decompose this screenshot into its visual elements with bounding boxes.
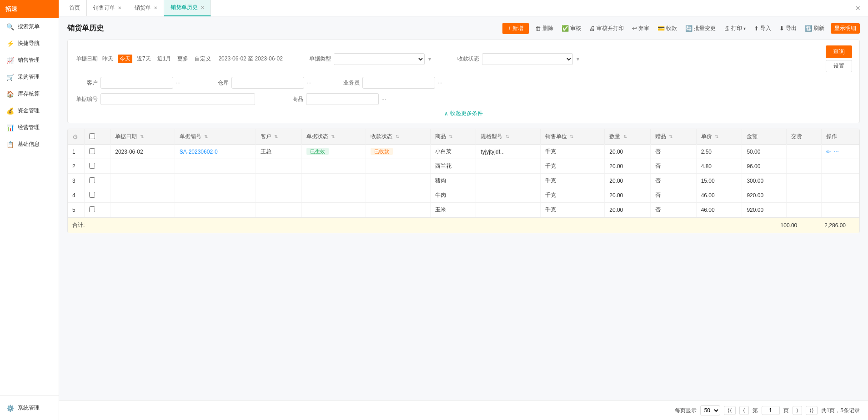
customer-input[interactable] xyxy=(100,77,173,89)
close-icon[interactable]: ✕ xyxy=(154,5,157,10)
show-detail-label: 显示明细 xyxy=(834,25,856,32)
doc-no-link[interactable]: SA-20230602-0 xyxy=(180,149,218,155)
date-shortcut-7days[interactable]: 近7天 xyxy=(135,55,153,63)
td-settings: 1 xyxy=(68,145,84,159)
th-settings: ⚙ xyxy=(68,129,84,145)
sidebar-item-quick-nav[interactable]: ⚡ 快捷导航 xyxy=(0,35,59,52)
sidebar-item-finance[interactable]: 💰 资金管理 xyxy=(0,102,59,119)
td-goods: 西兰花 xyxy=(430,159,476,174)
page-number-input[interactable] xyxy=(762,406,780,415)
td-doc-status xyxy=(301,203,366,217)
date-shortcut-today[interactable]: 今天 xyxy=(118,55,132,63)
sort-icon[interactable]: ⇅ xyxy=(396,134,399,139)
row-checkbox[interactable] xyxy=(89,192,95,198)
warehouse-input[interactable] xyxy=(231,77,304,89)
date-shortcut-custom[interactable]: 自定义 xyxy=(193,55,213,63)
close-icon[interactable]: ✕ xyxy=(201,5,204,10)
tab-sales-delivery[interactable]: 销货单 ✕ xyxy=(128,0,164,16)
collect-status-select[interactable] xyxy=(482,53,573,65)
per-page-select[interactable]: 50 xyxy=(700,405,720,415)
export-icon: ⬇ xyxy=(779,25,784,32)
customer-label: 客户 xyxy=(75,79,98,87)
abandon-button[interactable]: ↩ 弃审 xyxy=(630,24,651,33)
sidebar-item-sales[interactable]: 📈 销售管理 xyxy=(0,52,59,69)
sidebar-item-operations[interactable]: 📊 经营管理 xyxy=(0,119,59,136)
td-doc-date xyxy=(110,188,175,203)
salesman-input[interactable] xyxy=(362,77,435,89)
sort-icon[interactable]: ⇅ xyxy=(715,134,718,139)
salesman-dots[interactable]: ··· xyxy=(438,80,442,86)
new-button[interactable]: + 新增 xyxy=(502,23,529,34)
setting-button[interactable]: 设置 xyxy=(826,60,852,72)
delete-icon: 🗑 xyxy=(535,25,541,32)
collect-button[interactable]: 💳 收款 xyxy=(656,24,679,33)
export-button[interactable]: ⬇ 导出 xyxy=(778,24,798,33)
audit-button[interactable]: ✅ 审核 xyxy=(560,24,583,33)
warehouse-dots[interactable]: ··· xyxy=(307,80,311,86)
chevron-down-icon2: ▾ xyxy=(577,56,579,62)
td-doc-date xyxy=(110,159,175,174)
sort-icon[interactable]: ⇅ xyxy=(669,134,672,139)
prev-page-button[interactable]: ⟨ xyxy=(739,406,749,415)
sidebar-item-inventory[interactable]: 🏠 库存核算 xyxy=(0,85,59,102)
collapse-button[interactable]: ∧ 收起更多条件 xyxy=(75,110,852,117)
edit-action[interactable]: ✏ xyxy=(826,149,831,155)
import-button[interactable]: ⬆ 导入 xyxy=(752,24,773,33)
page-title: 销货单历史 xyxy=(67,24,104,33)
sort-icon[interactable]: ⇅ xyxy=(140,134,144,139)
select-all-checkbox[interactable] xyxy=(89,133,95,139)
sort-icon[interactable]: ⇅ xyxy=(274,134,278,139)
doc-no-input[interactable] xyxy=(100,93,255,105)
tab-bar: 首页 销售订单 ✕ 销货单 ✕ 销货单历史 ✕ ✕ xyxy=(59,0,868,16)
first-page-button[interactable]: ⟨⟨ xyxy=(724,406,736,415)
show-detail-button[interactable]: 显示明细 xyxy=(831,23,860,34)
sidebar-item-search[interactable]: 🔍 搜索菜单 xyxy=(0,18,59,35)
delete-button[interactable]: 🗑 删除 xyxy=(533,24,555,33)
date-shortcut-1month[interactable]: 近1月 xyxy=(156,55,173,63)
last-page-button[interactable]: ⟩⟩ xyxy=(806,406,818,415)
td-collect-status xyxy=(366,203,430,217)
row-checkbox[interactable] xyxy=(89,177,95,183)
row-checkbox[interactable] xyxy=(89,163,95,169)
print-button[interactable]: 🖨 打印 ▾ xyxy=(722,24,748,33)
customer-dots[interactable]: ··· xyxy=(176,80,181,86)
tab-sales-order[interactable]: 销售订单 ✕ xyxy=(87,0,128,16)
td-amount: 96.00 xyxy=(742,159,787,174)
td-collect-status: 已收款 xyxy=(366,145,430,159)
page-suffix: 页 xyxy=(783,407,789,415)
sort-icon[interactable]: ⇅ xyxy=(449,134,452,139)
sort-icon[interactable]: ⇅ xyxy=(570,134,573,139)
goods-input[interactable] xyxy=(306,93,379,105)
refresh-button[interactable]: 🔃 刷新 xyxy=(803,24,826,33)
settings-gear-icon[interactable]: ⚙ xyxy=(72,133,78,140)
sort-icon[interactable]: ⇅ xyxy=(623,134,627,139)
filter-doc-no: 单据编号 xyxy=(75,93,255,105)
audit-print-button[interactable]: 🖨 审核并打印 xyxy=(587,24,626,33)
next-page-button[interactable]: ⟩ xyxy=(793,406,802,415)
sort-icon[interactable]: ⇅ xyxy=(204,134,208,139)
tab-sales-history[interactable]: 销货单历史 ✕ xyxy=(164,0,211,16)
close-all-tabs-button[interactable]: ✕ xyxy=(852,5,864,12)
close-icon[interactable]: ✕ xyxy=(118,5,121,10)
goods-dots[interactable]: ··· xyxy=(381,96,386,102)
batch-change-button[interactable]: 🔄 批量变更 xyxy=(683,24,717,33)
row-checkbox[interactable] xyxy=(89,206,95,212)
sidebar-item-sys-mgmt[interactable]: ⚙️ 系统管理 xyxy=(0,400,59,416)
td-gift: 否 xyxy=(650,203,696,217)
td-spec-type xyxy=(476,159,540,174)
cart-icon: 🛒 xyxy=(6,74,14,81)
tab-home[interactable]: 首页 xyxy=(63,0,87,16)
filter-date: 单据日期 昨天 今天 近7天 近1月 更多 自定义 2023-06-02 至 2… xyxy=(75,55,283,63)
query-button[interactable]: 查询 xyxy=(826,45,852,58)
date-shortcut-yesterday[interactable]: 昨天 xyxy=(100,55,115,63)
row-checkbox[interactable] xyxy=(89,148,95,154)
td-amount: 50.00 xyxy=(742,145,787,159)
sort-icon[interactable]: ⇅ xyxy=(506,134,509,139)
sidebar-item-basic-info[interactable]: 📋 基础信息 xyxy=(0,136,59,153)
audit-print-icon: 🖨 xyxy=(589,25,595,32)
more-action[interactable]: ⋯ xyxy=(833,149,839,155)
sort-icon[interactable]: ⇅ xyxy=(331,134,335,139)
sidebar-item-purchase[interactable]: 🛒 采购管理 xyxy=(0,69,59,85)
date-shortcut-more[interactable]: 更多 xyxy=(176,55,190,63)
doc-type-select[interactable] xyxy=(334,53,425,65)
